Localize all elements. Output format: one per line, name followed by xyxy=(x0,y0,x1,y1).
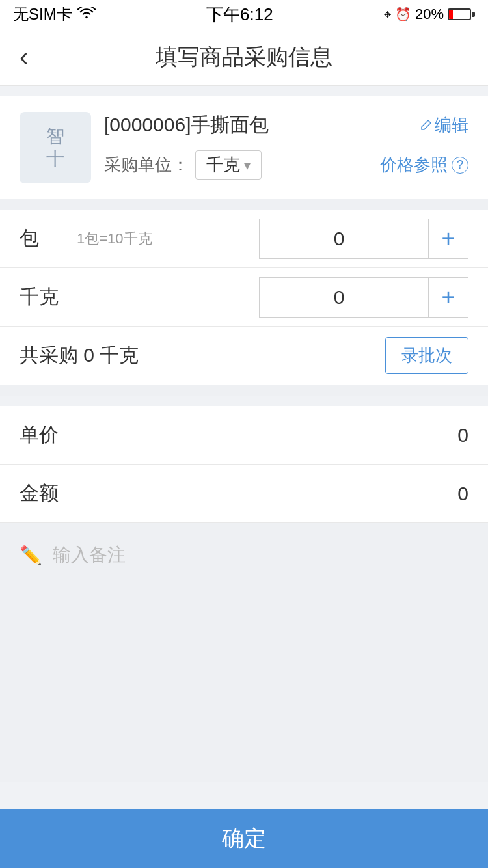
confirm-button[interactable]: 确定 xyxy=(0,809,488,868)
chevron-down-icon: ▾ xyxy=(244,157,251,173)
unit-label: 采购单位： xyxy=(104,154,189,176)
product-info: [0000006]手撕面包 编辑 采购单位： 千克 ▾ 价格参照 ? xyxy=(104,112,468,180)
back-button[interactable]: ‹ xyxy=(20,42,59,72)
location-icon: ⌖ xyxy=(384,7,391,22)
summary-text: 共采购 0 千克 xyxy=(20,342,139,369)
kg-label: 千克 xyxy=(20,284,72,310)
status-bar-left: 无SIM卡 xyxy=(13,4,96,25)
status-bar-time: 下午6:12 xyxy=(206,3,273,26)
remark-section[interactable]: ✏️ 输入备注 xyxy=(0,523,488,587)
section-divider-2 xyxy=(0,385,488,396)
kg-input[interactable] xyxy=(259,277,428,318)
amount-row: 金额 0 xyxy=(0,465,488,523)
product-thumbnail: 智 十 xyxy=(20,112,91,183)
unit-price-value: 0 xyxy=(457,424,468,446)
kg-input-group: + xyxy=(259,277,468,318)
product-name: [0000006]手撕面包 xyxy=(104,112,269,139)
bao-label: 包 xyxy=(20,225,72,252)
batch-button[interactable]: 录批次 xyxy=(385,337,468,374)
bao-input[interactable] xyxy=(259,219,428,259)
product-card: 智 十 [0000006]手撕面包 编辑 采购单位： 千克 ▾ 价格参照 xyxy=(0,96,488,199)
bao-input-group: + xyxy=(259,219,468,259)
edit-button[interactable]: 编辑 xyxy=(419,114,468,137)
product-logo: 智 十 xyxy=(46,126,64,169)
bao-plus-button[interactable]: + xyxy=(428,219,468,259)
remark-placeholder: 输入备注 xyxy=(53,543,126,567)
bao-sublabel: 1包=10千克 xyxy=(77,229,152,249)
alarm-icon: ⏰ xyxy=(395,7,411,22)
status-bar: 无SIM卡 下午6:12 ⌖ ⏰ 20% xyxy=(0,0,488,29)
section-divider-1 xyxy=(0,199,488,210)
unit-select[interactable]: 千克 ▾ xyxy=(195,150,262,180)
wifi-icon xyxy=(77,5,96,23)
content-filler xyxy=(0,587,488,782)
input-section: 包 1包=10千克 + 千克 + 共采购 0 千克 录批次 xyxy=(0,210,488,385)
price-ref-button[interactable]: 价格参照 ? xyxy=(380,154,468,176)
amount-value: 0 xyxy=(457,483,468,505)
price-section: 单价 0 金额 0 xyxy=(0,406,488,523)
info-icon: ? xyxy=(452,157,468,174)
page-title: 填写商品采购信息 xyxy=(156,42,332,72)
kg-plus-button[interactable]: + xyxy=(428,277,468,318)
bao-row: 包 1包=10千克 + xyxy=(0,210,488,268)
summary-row: 共采购 0 千克 录批次 xyxy=(0,327,488,385)
kg-row: 千克 + xyxy=(0,268,488,327)
unit-price-label: 单价 xyxy=(20,422,59,448)
unit-price-row: 单价 0 xyxy=(0,406,488,465)
battery-percent: 20% xyxy=(415,6,444,23)
pencil-icon: ✏️ xyxy=(20,545,42,566)
battery-icon xyxy=(448,8,475,20)
amount-label: 金额 xyxy=(20,480,59,507)
status-bar-right: ⌖ ⏰ 20% xyxy=(384,6,475,23)
nav-bar: ‹ 填写商品采购信息 xyxy=(0,29,488,86)
carrier-text: 无SIM卡 xyxy=(13,4,72,25)
confirm-button-label: 确定 xyxy=(222,824,266,854)
